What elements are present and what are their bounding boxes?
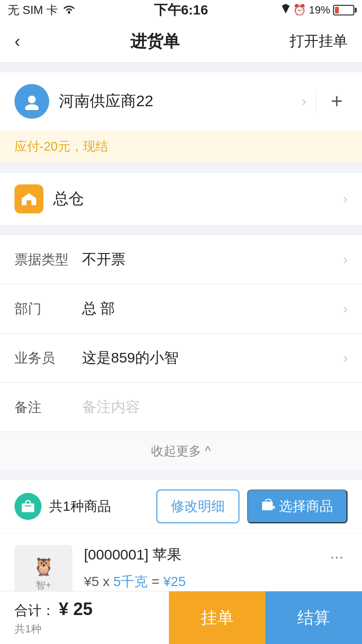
warehouse-section: 总仓 › <box>0 172 362 225</box>
total-amount: ¥ 25 <box>59 599 93 619</box>
supplier-section: 河南供应商22 › + 应付-20元，现结 <box>0 72 362 163</box>
salesperson-row[interactable]: 业务员 这是859的小智 › <box>0 333 362 382</box>
time-label: 下午6:16 <box>154 1 208 19</box>
supplier-name: 河南供应商22 <box>59 91 302 112</box>
svg-point-0 <box>68 12 70 14</box>
warehouse-chevron-icon: › <box>343 191 348 207</box>
form-section: 票据类型 不开票 › 部门 总 部 › 业务员 这是859的小智 › 备注 备注… <box>0 235 362 470</box>
total-area: 合计： ¥ 25 共1种 <box>0 591 169 644</box>
divider-4 <box>0 470 362 480</box>
svg-point-2 <box>25 104 39 110</box>
select-product-label: 选择商品 <box>279 497 333 516</box>
select-product-button[interactable]: 选择商品 <box>247 490 348 523</box>
divider-1 <box>0 63 362 72</box>
battery-icon <box>333 5 354 15</box>
remark-row[interactable]: 备注 备注内容 <box>0 382 362 432</box>
svg-point-1 <box>28 96 36 103</box>
bottom-bar: 合计： ¥ 25 共1种 挂单 结算 <box>0 591 362 644</box>
remark-label: 备注 <box>14 398 72 417</box>
notice-bar: 应付-20元，现结 <box>0 130 362 163</box>
supplier-row[interactable]: 河南供应商22 › + <box>0 72 362 130</box>
ticket-type-label: 票据类型 <box>14 251 72 269</box>
supplier-avatar <box>14 84 49 119</box>
divider-3 <box>0 225 362 235</box>
product-count-label: 共1种商品 <box>49 497 156 516</box>
supplier-chevron-icon: › <box>302 94 306 109</box>
salesperson-chevron: › <box>343 350 348 366</box>
supplier-divider <box>316 90 316 113</box>
divider-2 <box>0 163 362 172</box>
remark-input[interactable]: 备注内容 <box>72 397 348 417</box>
more-button[interactable]: ··· <box>326 545 348 568</box>
total-label: 合计： <box>14 603 55 618</box>
carrier-label: 无 SIM 卡 <box>8 2 58 18</box>
warehouse-row[interactable]: 总仓 › <box>0 172 362 225</box>
warehouse-name: 总仓 <box>53 188 343 210</box>
svg-rect-5 <box>25 505 31 506</box>
notice-text: 应付-20元，现结 <box>14 139 108 154</box>
ticket-type-value: 不开票 <box>72 250 343 269</box>
checkout-button[interactable]: 结算 <box>265 591 362 644</box>
wifi-icon <box>62 3 76 17</box>
total-count: 共1种 <box>14 622 154 636</box>
location-icon <box>281 3 290 17</box>
collapse-bar[interactable]: 收起更多 ^ <box>0 432 362 470</box>
add-supplier-button[interactable]: + <box>326 90 348 113</box>
battery-percent: 19% <box>309 4 330 16</box>
product-price: ¥5 x 5千克 = ¥25 <box>84 573 326 591</box>
nav-bar: ‹ 进货单 打开挂单 <box>0 20 362 63</box>
checkout-label: 结算 <box>297 607 330 629</box>
department-value: 总 部 <box>72 299 343 319</box>
open-hang-button[interactable]: 打开挂单 <box>290 31 348 51</box>
salesperson-label: 业务员 <box>14 349 72 367</box>
svg-rect-3 <box>27 200 31 205</box>
edit-detail-button[interactable]: 修改明细 <box>156 490 239 523</box>
back-button[interactable]: ‹ <box>14 31 20 52</box>
product-header: 共1种商品 修改明细 选择商品 <box>0 480 362 533</box>
hang-order-label: 挂单 <box>201 607 234 629</box>
product-section-icon <box>14 493 42 520</box>
product-info: [0000001] 苹果 ¥5 x 5千克 = ¥25 <box>84 545 326 591</box>
svg-rect-4 <box>22 504 34 512</box>
collapse-text: 收起更多 ^ <box>151 444 210 458</box>
select-product-icon <box>262 499 275 515</box>
hang-order-button[interactable]: 挂单 <box>169 591 265 644</box>
status-bar: 无 SIM 卡 下午6:16 ⏰ 19% <box>0 0 362 20</box>
alarm-icon: ⏰ <box>293 4 306 16</box>
department-row[interactable]: 部门 总 部 › <box>0 284 362 333</box>
page-title: 进货单 <box>130 30 180 53</box>
department-chevron: › <box>343 301 348 317</box>
salesperson-value: 这是859的小智 <box>72 348 343 368</box>
ticket-type-chevron: › <box>343 252 348 267</box>
warehouse-icon <box>14 184 43 213</box>
product-name: [0000001] 苹果 <box>84 545 326 565</box>
ticket-type-row[interactable]: 票据类型 不开票 › <box>0 235 362 284</box>
department-label: 部门 <box>14 300 72 318</box>
svg-rect-6 <box>262 502 273 510</box>
